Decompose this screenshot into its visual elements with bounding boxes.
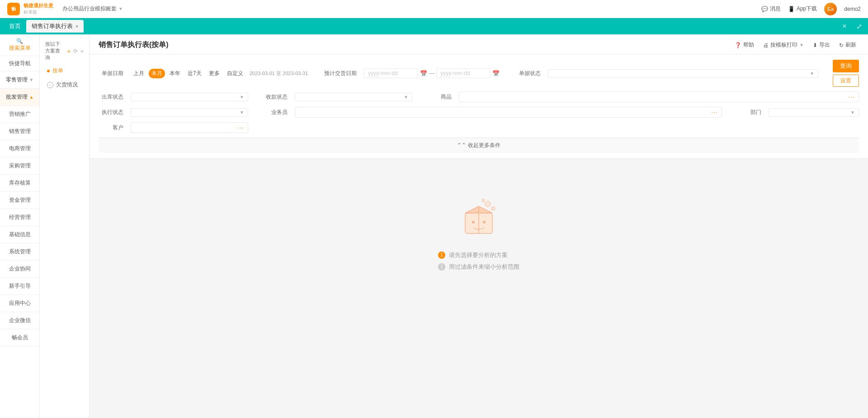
help-icon: ❓ <box>735 42 741 48</box>
tab-bar: 首页 销售订单执行表 × × ⤢ <box>0 18 868 34</box>
tab-close-all-button[interactable]: × <box>839 21 850 32</box>
sidebar-item-appstore[interactable]: 应用中心 <box>0 295 39 312</box>
header-left: 畅 畅捷通好生意 标准版 办公用品行业模拟账套 ▼ <box>7 2 123 15</box>
avatar[interactable]: Ea <box>824 3 837 15</box>
chevron-up-icon: ▲ <box>29 95 34 100</box>
tab-home[interactable]: 首页 <box>4 20 26 33</box>
sidebar-item-inventory[interactable]: 库存核算 <box>0 175 39 192</box>
collapse-sub-sidebar-button[interactable]: « <box>80 48 84 54</box>
header-right: 💬 消息 📱 App下载 Ea demo2 <box>761 3 861 15</box>
sidebar-item-wholesale[interactable]: 批发管理 ▲ <box>0 89 39 106</box>
calendar-start-icon[interactable]: 📅 <box>420 70 427 77</box>
content-area: 销售订单执行表(按单) ❓ 帮助 🖨 按模板打印 ▼ ⬇ 导出 ↻ 刷新 <box>90 34 868 418</box>
tab-close-icon[interactable]: × <box>75 24 78 29</box>
exec-status-select[interactable]: ▼ <box>131 108 248 117</box>
app-download-button[interactable]: 📱 App下载 <box>788 5 817 13</box>
tab-more[interactable]: 更多 <box>206 69 222 78</box>
dept-select[interactable]: ▼ <box>769 108 859 117</box>
print-dropdown-icon: ▼ <box>799 43 804 48</box>
sidebar-quick-nav[interactable]: 快捷导航 <box>0 56 39 71</box>
sidebar-item-finance[interactable]: 资金管理 <box>0 192 39 209</box>
tab-custom[interactable]: 自定义 <box>224 69 246 78</box>
tab-bar-actions: × ⤢ <box>839 21 864 32</box>
expected-date-start-input[interactable]: yyyy-mm-dd <box>364 68 418 78</box>
sidebar-item-wechat[interactable]: 企业微信 <box>0 312 39 329</box>
export-icon: ⬇ <box>813 42 817 48</box>
date-end-placeholder: yyyy-mm-dd <box>440 70 470 76</box>
svg-point-7 <box>472 221 475 223</box>
page-header: 销售订单执行表(按单) ❓ 帮助 🖨 按模板打印 ▼ ⬇ 导出 ↻ 刷新 <box>90 34 868 54</box>
out-status-chevron-icon: ▼ <box>240 95 244 100</box>
sidebar-item-sales[interactable]: 销售管理 <box>0 123 39 140</box>
step-2: 2 用过滤条件来缩小分析范围 <box>438 261 519 273</box>
date-start-placeholder: yyyy-mm-dd <box>368 70 397 76</box>
date-separator: — <box>429 70 434 76</box>
query-button[interactable]: 查询 <box>833 60 859 72</box>
date-tabs: 上月 本月 本年 近7天 更多 自定义 2023-03-01 至 2023-03… <box>131 69 308 78</box>
tab-last-month[interactable]: 上月 <box>131 69 147 78</box>
sub-sidebar: 按以下方案查询 + ⟳ « 按单 ○ 欠货情况 <box>40 34 90 418</box>
message-button[interactable]: 💬 消息 <box>761 5 781 13</box>
settings-button[interactable]: 设置 <box>833 75 859 87</box>
sidebar-item-ecommerce[interactable]: 电商管理 <box>0 140 39 157</box>
help-button[interactable]: ❓ 帮助 <box>732 40 757 50</box>
expected-date-end-input[interactable]: yyyy-mm-dd <box>436 68 491 78</box>
salesman-select[interactable]: ··· <box>295 107 722 118</box>
payment-status-select[interactable]: ▼ <box>295 93 412 101</box>
refresh-icon: ↻ <box>839 42 844 48</box>
sidebar-item-purchase[interactable]: 采购管理 <box>0 157 39 175</box>
main-layout: 🔍 搜索菜单 快捷导航 零售管理 ▼ 批发管理 ▲ 营销推广 销售管理 电商管理… <box>0 34 868 418</box>
print-button[interactable]: 🖨 按模板打印 ▼ <box>760 40 807 50</box>
step-1: 1 请先选择要分析的方案 <box>438 249 519 261</box>
payment-status-label: 收款状态 <box>263 93 288 101</box>
payment-status-chevron-icon: ▼ <box>404 95 408 100</box>
refresh-button[interactable]: ↻ 刷新 <box>836 40 859 50</box>
customer-dots-icon[interactable]: ··· <box>237 124 244 131</box>
sidebar-item-newbie[interactable]: 新手引导 <box>0 278 39 295</box>
exec-status-chevron-icon: ▼ <box>240 110 244 115</box>
active-dot-icon <box>47 70 50 72</box>
dept-label: 部门 <box>736 109 761 116</box>
exec-status-label: 执行状态 <box>99 109 123 116</box>
empty-illustration <box>456 195 501 240</box>
sidebar-search[interactable]: 🔍 搜索菜单 <box>0 34 39 56</box>
sidebar-item-retail[interactable]: 零售管理 ▼ <box>0 71 39 89</box>
out-status-select[interactable]: ▼ <box>131 93 248 101</box>
customer-select[interactable]: ··· <box>131 122 248 133</box>
goods-dots-icon[interactable]: ··· <box>848 93 855 100</box>
app-subtitle: 标准版 <box>24 9 53 15</box>
sidebar-item-member[interactable]: 畅会员 <box>0 329 39 347</box>
filter-row-4: 客户 ··· <box>99 122 859 133</box>
tab-this-month[interactable]: 本月 <box>149 69 165 78</box>
username: demo2 <box>844 6 861 12</box>
sub-item-anpress[interactable]: 按单 <box>40 64 89 78</box>
sidebar-item-system[interactable]: 系统管理 <box>0 243 39 261</box>
sidebar-item-enterprise[interactable]: 企业协同 <box>0 261 39 278</box>
tab-sales-order[interactable]: 销售订单执行表 × <box>26 20 84 33</box>
salesman-dots-icon[interactable]: ··· <box>711 109 718 116</box>
sidebar-item-operations[interactable]: 经营管理 <box>0 209 39 226</box>
export-button[interactable]: ⬇ 导出 <box>810 40 833 50</box>
status-select[interactable]: ▼ <box>548 69 818 78</box>
add-scheme-button[interactable]: + <box>67 48 71 55</box>
goods-select[interactable]: ··· <box>459 91 859 102</box>
sub-item-inventory-status[interactable]: ○ 欠货情况 <box>40 78 89 92</box>
sidebar-item-basic[interactable]: 基础信息 <box>0 226 39 243</box>
svg-point-5 <box>491 207 495 210</box>
filter-row-2: 出库状态 ▼ 收款状态 ▼ 商品 ··· <box>99 91 859 102</box>
step-2-number: 2 <box>438 263 445 271</box>
sidebar-item-marketing[interactable]: 营销推广 <box>0 106 39 123</box>
account-selector[interactable]: 办公用品行业模拟账套 ▼ <box>62 5 123 13</box>
tab-this-year[interactable]: 本年 <box>167 69 183 78</box>
tab-expand-button[interactable]: ⤢ <box>854 21 864 32</box>
message-icon: 💬 <box>761 6 768 12</box>
refresh-scheme-button[interactable]: ⟳ <box>73 48 78 54</box>
empty-steps: 1 请先选择要分析的方案 2 用过滤条件来缩小分析范围 <box>438 249 519 273</box>
calendar-end-icon[interactable]: 📅 <box>492 70 500 77</box>
tab-last-7[interactable]: 近7天 <box>185 69 204 78</box>
search-icon: 🔍 <box>16 38 23 44</box>
collapse-more-button[interactable]: ⌃⌃ 收起更多条件 <box>99 138 859 153</box>
print-icon: 🖨 <box>763 42 769 48</box>
status-label: 单据状态 <box>516 70 541 77</box>
svg-point-8 <box>483 221 486 223</box>
